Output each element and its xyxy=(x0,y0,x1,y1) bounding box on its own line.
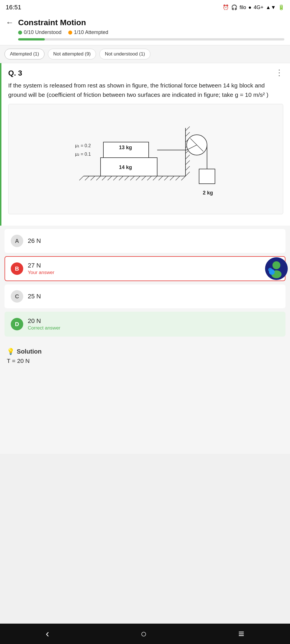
svg-text:μ₂ = 0.1: μ₂ = 0.1 xyxy=(75,152,91,157)
option-d-circle: D xyxy=(11,318,23,330)
option-d-content: 20 N Correct answer xyxy=(28,317,279,331)
svg-line-5 xyxy=(102,176,106,180)
nav-back-button[interactable]: ‹ xyxy=(46,628,49,640)
option-b-circle: B xyxy=(11,262,23,275)
network-icon: 4G+ xyxy=(254,5,264,10)
option-a-value: 26 N xyxy=(28,237,279,245)
svg-line-18 xyxy=(176,176,180,180)
back-button[interactable]: ← xyxy=(6,19,14,27)
svg-point-44 xyxy=(272,261,280,269)
option-a-content: 26 N xyxy=(28,237,279,245)
svg-line-13 xyxy=(147,176,152,180)
option-a-label: A xyxy=(15,238,19,244)
progress-bar-fill xyxy=(18,38,45,40)
floating-avatar xyxy=(265,257,288,280)
understood-label: 0/10 Understood xyxy=(24,29,61,35)
svg-line-32 xyxy=(185,155,190,159)
option-c-circle: C xyxy=(11,290,23,303)
alarm-icon: ⏰ xyxy=(223,4,229,10)
filter-tabs: Attempted (1) Not attempted (9) Not unde… xyxy=(0,45,290,63)
option-c-label: C xyxy=(15,293,19,300)
svg-text:2 kg: 2 kg xyxy=(203,190,213,196)
svg-text:μ₁ = 0.2: μ₁ = 0.2 xyxy=(75,143,91,148)
svg-line-34 xyxy=(185,166,190,170)
status-bar: 16:51 ⏰ 🎧 filo ● 4G+ ▲▼ 🔋 xyxy=(0,0,290,15)
attempted-stat: 1/10 Attempted xyxy=(68,29,108,35)
bottom-nav: ‹ ○ ≡ xyxy=(0,624,290,644)
svg-line-16 xyxy=(164,176,169,180)
svg-line-27 xyxy=(185,127,190,131)
svg-line-35 xyxy=(185,172,190,176)
svg-line-6 xyxy=(108,176,112,180)
header: ← Constraint Motion 0/10 Understood 1/10… xyxy=(0,15,290,45)
status-time: 16:51 xyxy=(6,4,21,11)
solution-bulb-icon: 💡 xyxy=(7,348,14,355)
extra-space xyxy=(0,369,290,454)
tab-attempted[interactable]: Attempted (1) xyxy=(5,49,44,59)
svg-point-47 xyxy=(268,268,272,272)
battery-icon: 🔋 xyxy=(278,4,284,10)
svg-line-1 xyxy=(79,176,84,180)
svg-line-19 xyxy=(181,176,185,180)
option-d-sublabel: Correct answer xyxy=(28,325,279,331)
physics-diagram: 13 kg 14 kg μ₁ = 0.2 μ₂ = 0.1 xyxy=(8,104,283,214)
option-c-value: 25 N xyxy=(28,293,279,300)
svg-line-28 xyxy=(185,132,190,136)
tab-not-attempted[interactable]: Not attempted (9) xyxy=(48,49,96,59)
nav-menu-button[interactable]: ≡ xyxy=(238,628,244,640)
svg-line-3 xyxy=(91,176,95,180)
question-number: Q. 3 xyxy=(8,69,22,78)
page-title: Constraint Motion xyxy=(18,18,86,27)
diagram-svg: 13 kg 14 kg μ₁ = 0.2 μ₂ = 0.1 xyxy=(67,111,225,207)
understood-stat: 0/10 Understood xyxy=(18,29,61,35)
option-d-value: 20 N xyxy=(28,317,279,325)
svg-line-33 xyxy=(185,161,190,165)
svg-line-11 xyxy=(136,176,140,180)
signal-icon: ▲▼ xyxy=(266,5,276,10)
svg-line-12 xyxy=(142,176,146,180)
header-stats: 0/10 Understood 1/10 Attempted xyxy=(18,29,284,35)
status-icons: ⏰ 🎧 filo ● 4G+ ▲▼ 🔋 xyxy=(223,4,284,10)
more-options-button[interactable]: ⋮ xyxy=(275,69,283,77)
option-a-circle: A xyxy=(11,235,23,247)
solution-section: 💡 Solution T = 20 N xyxy=(0,343,290,369)
option-b-value: 27 N xyxy=(28,262,279,269)
attempted-dot xyxy=(68,31,72,35)
svg-line-15 xyxy=(159,176,163,180)
question-card: Q. 3 ⋮ If the system is released from re… xyxy=(0,63,290,226)
question-text: If the system is released from rest as s… xyxy=(8,81,283,99)
dot-indicator: ● xyxy=(248,5,251,10)
tab-not-understood[interactable]: Not understood (1) xyxy=(99,49,150,59)
solution-title: 💡 Solution xyxy=(7,348,283,355)
svg-line-4 xyxy=(96,176,101,180)
option-c[interactable]: C 25 N xyxy=(5,284,285,308)
svg-rect-41 xyxy=(199,169,215,184)
option-b-content: 27 N Your answer xyxy=(28,262,279,275)
option-b[interactable]: B 27 N Your answer xyxy=(5,256,285,281)
solution-label: Solution xyxy=(17,348,42,355)
svg-text:13 kg: 13 kg xyxy=(119,145,132,150)
svg-line-8 xyxy=(119,176,123,180)
option-a[interactable]: A 26 N xyxy=(5,229,285,253)
option-d[interactable]: D 20 N Correct answer xyxy=(5,312,285,337)
filo-label: filo xyxy=(240,5,246,10)
svg-line-17 xyxy=(170,176,174,180)
understood-dot xyxy=(18,31,22,35)
svg-line-14 xyxy=(153,176,157,180)
headphone-icon: 🎧 xyxy=(231,4,237,10)
options-section: A 26 N B 27 N Your answer xyxy=(0,226,290,343)
solution-text: T = 20 N xyxy=(7,358,283,364)
progress-bar-container xyxy=(18,38,284,40)
svg-line-7 xyxy=(113,176,118,180)
svg-line-2 xyxy=(85,176,89,180)
attempted-label: 1/10 Attempted xyxy=(74,29,108,35)
svg-line-10 xyxy=(130,176,135,180)
svg-line-9 xyxy=(125,176,129,180)
nav-home-button[interactable]: ○ xyxy=(141,628,147,640)
option-c-content: 25 N xyxy=(28,293,279,300)
option-b-sublabel: Your answer xyxy=(28,270,279,275)
option-d-label: D xyxy=(15,321,19,328)
svg-text:14 kg: 14 kg xyxy=(119,164,132,170)
option-b-label: B xyxy=(15,266,19,272)
